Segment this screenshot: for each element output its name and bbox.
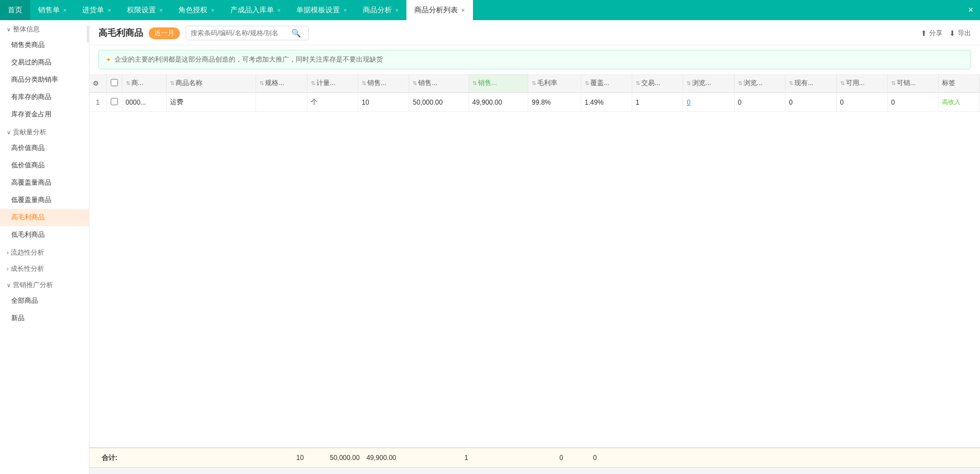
nav-template-settings-close[interactable]: ×	[343, 7, 347, 13]
col-sale-amount[interactable]: ⇅销售...	[409, 74, 468, 93]
sidebar-item-high-margin[interactable]: 高毛利商品	[0, 209, 89, 226]
nav-product-analysis-list[interactable]: 商品分析列表 ×	[406, 0, 472, 20]
col-checkbox[interactable]	[106, 74, 122, 93]
sidebar-item-sales-products[interactable]: 销售类商品	[0, 36, 89, 54]
nav-role-auth[interactable]: 角色授权 ×	[171, 0, 222, 20]
footer-available: 0	[590, 454, 623, 462]
cell-code: 0000...	[122, 93, 167, 112]
cell-tag: 高收入	[939, 93, 980, 112]
cell-browse1[interactable]: 0	[683, 93, 734, 112]
search-box: 🔍	[186, 26, 309, 40]
horizontal-scrollbar[interactable]	[89, 467, 980, 474]
col-gross-rate[interactable]: ⇅毛利率	[528, 74, 581, 93]
bulb-icon: ✦	[106, 56, 111, 64]
col-current-stock[interactable]: ⇅现有...	[785, 74, 836, 93]
content-header: 高毛利商品 近一月 🔍 ⬆ 分享 ⬇ 导出	[89, 20, 980, 45]
cell-name: 运费	[167, 93, 256, 112]
cell-sellable: 0	[887, 93, 938, 112]
footer-sale-amount: 50,000.00	[326, 454, 363, 462]
sidebar-item-traded-products[interactable]: 交易过的商品	[0, 54, 89, 71]
sidebar-group-overall[interactable]: ∨ 整体信息	[0, 20, 89, 36]
sidebar-item-low-coverage[interactable]: 低覆盖量商品	[0, 191, 89, 209]
sidebar-collapse-button[interactable]: «	[87, 26, 89, 43]
cell-current-stock: 0	[785, 93, 836, 112]
sidebar-item-high-coverage[interactable]: 高覆盖量商品	[0, 174, 89, 191]
nav-purchase-order[interactable]: 进货单 ×	[74, 0, 119, 20]
col-browse2[interactable]: ⇅浏览...	[734, 74, 785, 93]
sidebar-group-growth-arrow: ›	[7, 266, 8, 272]
info-banner: ✦ 企业的主要的利润都是这部分商品创造的，可考虑加大推广，同时关注库存是不要出现…	[98, 50, 971, 69]
nav-product-inbound[interactable]: 产成品入库单 ×	[222, 0, 288, 20]
col-sellable[interactable]: ⇅可销...	[887, 74, 938, 93]
col-browse1[interactable]: ⇅浏览...	[683, 74, 734, 93]
sidebar-group-contribution[interactable]: ∨ 贡献量分析	[0, 123, 89, 139]
nav-product-analysis-close[interactable]: ×	[395, 7, 399, 13]
table-header-row: ⚙ ⇅商... ⇅商品名称 ⇅规格... ⇅计量... ⇅销售... ⇅销售..…	[89, 74, 980, 93]
sidebar-item-stock-capital[interactable]: 库存资金占用	[0, 106, 89, 123]
sidebar-group-trend[interactable]: › 流趋性分析	[0, 243, 89, 260]
col-sale-profit[interactable]: ⇅销售...	[468, 74, 528, 93]
col-coverage[interactable]: ⇅覆盖...	[581, 74, 632, 93]
col-name[interactable]: ⇅商品名称	[167, 74, 256, 93]
data-table: ⚙ ⇅商... ⇅商品名称 ⇅规格... ⇅计量... ⇅销售... ⇅销售..…	[89, 74, 980, 112]
col-unit[interactable]: ⇅计量...	[307, 74, 358, 93]
content-area: 高毛利商品 近一月 🔍 ⬆ 分享 ⬇ 导出 ✦ 企业的主要的利润都是这部分商品创…	[89, 20, 980, 474]
header-actions: ⬆ 分享 ⬇ 导出	[921, 29, 971, 38]
cell-available: 0	[836, 93, 887, 112]
filter-recent-month-button[interactable]: 近一月	[149, 27, 180, 39]
col-sale-qty[interactable]: ⇅销售...	[358, 74, 409, 93]
nav-permission-settings[interactable]: 权限设置 ×	[119, 0, 171, 20]
footer-label: 合计:	[93, 453, 126, 463]
search-icon[interactable]: 🔍	[291, 29, 301, 37]
col-code[interactable]: ⇅商...	[122, 74, 167, 93]
sidebar-group-growth[interactable]: › 成长性分析	[0, 260, 89, 276]
footer-sale-profit: 49,900.00	[363, 454, 399, 462]
col-settings[interactable]: ⚙	[89, 74, 106, 93]
select-all-checkbox[interactable]	[111, 79, 118, 86]
nav-product-inbound-close[interactable]: ×	[277, 7, 281, 13]
sidebar-item-category-rate[interactable]: 商品分类助销率	[0, 71, 89, 88]
nav-role-auth-close[interactable]: ×	[211, 7, 214, 13]
cell-gross-rate: 99.8%	[528, 93, 581, 112]
col-available[interactable]: ⇅可用...	[836, 74, 887, 93]
export-icon: ⬇	[949, 29, 955, 37]
nav-product-analysis[interactable]: 商品分析 ×	[355, 0, 406, 20]
cell-num: 1	[89, 93, 106, 112]
sidebar-item-all-products[interactable]: 全部商品	[0, 292, 89, 309]
sidebar: « ∨ 整体信息 销售类商品 交易过的商品 商品分类助销率 有库存的商品 库存资…	[0, 20, 89, 474]
sidebar-item-low-margin[interactable]: 低毛利商品	[0, 226, 89, 243]
cell-checkbox[interactable]	[106, 93, 122, 112]
share-button[interactable]: ⬆ 分享	[921, 29, 943, 38]
nav-permission-settings-close[interactable]: ×	[159, 7, 163, 13]
cell-coverage: 1.49%	[581, 93, 632, 112]
sidebar-group-trend-arrow: ›	[7, 250, 8, 256]
nav-sales-order-close[interactable]: ×	[63, 7, 67, 13]
table-footer: 合计: 10 50,000.00 49,900.00 1 0 0	[89, 447, 980, 467]
col-trade[interactable]: ⇅交易...	[632, 74, 683, 93]
nav-product-analysis-list-close[interactable]: ×	[461, 7, 465, 13]
sidebar-item-high-value[interactable]: 高价值商品	[0, 139, 89, 157]
search-input[interactable]	[191, 29, 291, 37]
nav-sales-order[interactable]: 销售单 ×	[30, 0, 74, 20]
cell-spec	[256, 93, 307, 112]
export-button[interactable]: ⬇ 导出	[949, 29, 971, 38]
cell-sale-amount: 50,000.00	[409, 93, 468, 112]
col-spec[interactable]: ⇅规格...	[256, 74, 307, 93]
tag-high-income: 高收入	[942, 98, 960, 105]
col-tag[interactable]: 标签	[939, 74, 980, 93]
sidebar-item-new-products[interactable]: 新品	[0, 309, 89, 327]
sidebar-group-marketing[interactable]: ∨ 营销推广分析	[0, 276, 89, 292]
sidebar-item-low-value[interactable]: 低价值商品	[0, 157, 89, 174]
data-table-wrapper: ⚙ ⇅商... ⇅商品名称 ⇅规格... ⇅计量... ⇅销售... ⇅销售..…	[89, 74, 980, 447]
sidebar-group-overall-arrow: ∨	[7, 26, 11, 32]
nav-home[interactable]: 首页	[0, 0, 30, 20]
nav-purchase-order-close[interactable]: ×	[107, 7, 111, 13]
close-all-tabs[interactable]: ×	[962, 5, 980, 15]
footer-sale-qty: 10	[293, 454, 326, 462]
row-checkbox[interactable]	[111, 98, 118, 105]
cell-sale-profit: 49,900.00	[468, 93, 528, 112]
nav-template-settings[interactable]: 单据模板设置 ×	[288, 0, 354, 20]
footer-current-stock: 0	[556, 454, 590, 462]
sidebar-group-marketing-arrow: ∨	[7, 282, 11, 288]
sidebar-item-in-stock[interactable]: 有库存的商品	[0, 88, 89, 106]
